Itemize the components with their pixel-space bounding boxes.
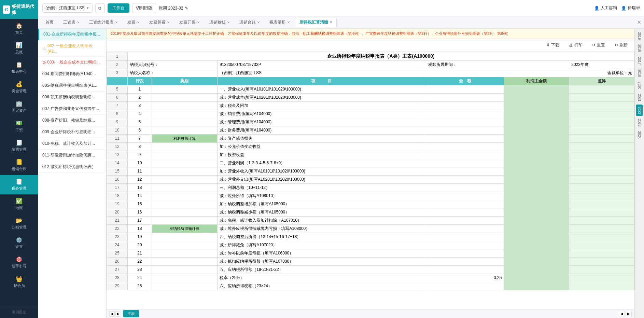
- work-button[interactable]: 工作台: [108, 3, 129, 13]
- table-row: 84减：销售费用(填写A104000): [107, 110, 634, 118]
- tab-audit-close[interactable]: ✕: [227, 20, 230, 24]
- sidebar-item-member[interactable]: 👑 畅会员: [0, 272, 38, 292]
- left-panel-item-011[interactable]: 011-研发费用加计扣除优惠...: [38, 150, 106, 161]
- sidebar-item-close[interactable]: ✅ 结账: [0, 194, 38, 214]
- tab-income-tax-close[interactable]: ✕: [330, 20, 332, 24]
- tab-salary-report[interactable]: 工资统计报表 ✕: [85, 17, 122, 28]
- table-row: 1713三、利润总额（10+11-12）: [107, 183, 634, 192]
- reset-button[interactable]: ↺ 重置: [589, 41, 608, 50]
- close-all-tabs-btn[interactable]: ✕: [637, 19, 641, 26]
- copy-icon-btn[interactable]: ⧉: [95, 3, 105, 13]
- sidebar-item-home[interactable]: 🏠 首页: [0, 19, 38, 39]
- left-panel-item-012[interactable]: 012-减免所得税优惠明细表(: [38, 161, 106, 173]
- sheet-nav-next[interactable]: ▶: [115, 311, 121, 317]
- category-cell: [152, 167, 218, 175]
- left-panel-item-007[interactable]: 007-广告费和业务宣传费跨年...: [38, 103, 106, 115]
- item-cell: 减：管理费用(填写A104000): [218, 118, 426, 126]
- sidebar-item-label: 资金管理: [12, 88, 27, 94]
- profit-cell: [504, 282, 569, 290]
- timeline-2018[interactable]: 2018: [636, 67, 643, 79]
- user-info[interactable]: 👤 徐瑞华: [621, 5, 640, 11]
- tab-invoice-fee-close[interactable]: ✕: [167, 20, 170, 24]
- scroll-right-btn[interactable]: ▶: [626, 311, 632, 317]
- sidebar-item-purchase[interactable]: 📒 进销台账: [0, 155, 38, 175]
- scroll-left-btn[interactable]: ◀: [619, 311, 625, 317]
- row-num-cell: 29: [107, 282, 128, 290]
- tab-purchase-close[interactable]: ✕: [257, 20, 260, 24]
- tab-invoice-close[interactable]: ✕: [137, 20, 140, 24]
- profit-cell: [504, 101, 569, 110]
- tab-salary-close[interactable]: ✕: [77, 20, 80, 24]
- sidebar-item-funds[interactable]: 💰 资金管理: [0, 78, 38, 97]
- item-cell: 六、应纳所得税额（23×24）: [218, 282, 426, 290]
- tab-home[interactable]: 首页: [41, 17, 58, 28]
- timeline-2024[interactable]: 2024: [636, 129, 643, 141]
- service-btn[interactable]: 👤 人工咨询: [594, 5, 617, 11]
- seq-cell: 12: [128, 175, 152, 183]
- item-cell: 四、纳税调整后所得（13-14+15-16-17+18）: [218, 233, 426, 241]
- left-panel-item-008[interactable]: 008-资产折旧、摊销及纳税...: [38, 115, 106, 126]
- guide-icon: 🎯: [16, 256, 23, 263]
- download-button[interactable]: ⬇ 下载: [544, 41, 562, 50]
- sidebar-item-salary[interactable]: 💵 工资: [0, 116, 38, 136]
- left-panel-item-003[interactable]: ⊘ 003-一般企业成本支出明细...: [38, 57, 106, 68]
- diff-cell: [569, 257, 634, 265]
- company-selector[interactable]: (勿删）江西服宝-LSS ▼: [42, 3, 93, 13]
- sidebar-item-archive[interactable]: 📂 归档管理: [0, 214, 38, 233]
- row-num-cell: 28: [107, 274, 128, 282]
- spreadsheet-container[interactable]: 1 企业所得税年度纳税申报表（A类）主表(A100000) 2 纳税人识别号： …: [107, 52, 634, 309]
- left-panel-item-001[interactable]: 001-企业所得税年度纳税申报...: [38, 29, 106, 40]
- tab-tax-table-close[interactable]: ✕: [287, 20, 290, 24]
- left-panel-item-004[interactable]: 004-期间费用明细表(A1040...: [38, 68, 106, 80]
- purchase-icon: 📒: [16, 159, 23, 165]
- table-row: 2824税率（25%）0.25: [107, 274, 634, 282]
- timeline-2019[interactable]: 2019: [636, 30, 643, 42]
- sidebar-item-reports[interactable]: 📋 报表中心: [0, 58, 38, 78]
- timeline-2021[interactable]: 2021: [636, 92, 643, 103]
- tab-tax-table[interactable]: 税表清册 ✕: [265, 17, 294, 28]
- left-panel-item-009[interactable]: 009-企业所得税补亏损明细...: [38, 126, 106, 138]
- left-panel-item-006[interactable]: 006-职工薪酬纳税调整明细...: [38, 92, 106, 103]
- sidebar-item-guide[interactable]: 🎯 新手引导: [0, 253, 38, 272]
- tab-purchase[interactable]: 进销台账 ✕: [235, 17, 264, 28]
- sidebar-footer[interactable]: 取消固定: [0, 306, 38, 318]
- tab-salary[interactable]: 工资表 ✕: [59, 17, 84, 28]
- edit-acct-icon[interactable]: ✎: [185, 6, 188, 11]
- sheet-tab-main[interactable]: 主表: [123, 310, 139, 317]
- left-panel-item-010[interactable]: 010-免税、减计收入及加计...: [38, 138, 106, 150]
- table-row: 51一、营业收入(填写A101010\101020\103000): [107, 85, 634, 93]
- timeline-2016[interactable]: 2016: [636, 42, 643, 54]
- sidebar-item-invoice[interactable]: 🧾 发票管理: [0, 136, 38, 155]
- sidebar-item-tax[interactable]: 📑 税务管理: [0, 175, 38, 194]
- sheet-nav-prev[interactable]: ◀: [109, 311, 115, 317]
- table-row: 2218应纳税所得额计算减：境外应税所得抵减境内亏损（填写A108000）: [107, 224, 634, 233]
- timeline-2017[interactable]: 2017: [636, 55, 643, 67]
- sidebar-item-assets[interactable]: 🏢 固定资产: [0, 97, 38, 116]
- tab-invoice-fee[interactable]: 发票算费 ✕: [145, 17, 174, 28]
- left-panel-item-005[interactable]: 005-纳税调整项目明细表(A1...: [38, 80, 106, 92]
- timeline-2023[interactable]: 2023: [636, 117, 643, 128]
- tab-income-tax[interactable]: 所得税汇算清缴 ✕: [295, 17, 337, 28]
- left-panel-item-002[interactable]: ⚠ 002-一般企业收入明细表(A1...: [38, 40, 106, 57]
- tab-salary-report-close[interactable]: ✕: [115, 20, 118, 24]
- item-cell: 减：资产减值损失: [218, 134, 426, 142]
- print-icon: 🖨: [569, 43, 573, 47]
- seq-cell: 8: [128, 142, 152, 151]
- refresh-button[interactable]: ↻ 刷新: [612, 41, 630, 50]
- tab-invoice-open-close[interactable]: ✕: [197, 20, 200, 24]
- tab-invoice[interactable]: 发票 ✕: [123, 17, 144, 28]
- sidebar-item-settings[interactable]: ⚙️ 设置: [0, 233, 38, 253]
- company-dropdown-icon: ▼: [86, 6, 89, 10]
- old-version-button[interactable]: 切到旧版: [132, 3, 156, 13]
- row-num-cell: 8: [107, 110, 128, 118]
- timeline-2022[interactable]: 2022: [636, 105, 643, 116]
- print-button[interactable]: 🖨 打印: [566, 41, 585, 50]
- sidebar-item-ledger[interactable]: 📊 总账: [0, 39, 38, 58]
- tab-invoice-open[interactable]: 发票开票 ✕: [175, 17, 204, 28]
- logo-text: 畅捷通易代账: [12, 3, 36, 16]
- diff-cell: [569, 224, 634, 233]
- amount-cell: [426, 265, 504, 274]
- tab-audit[interactable]: 进销稽核 ✕: [205, 17, 234, 28]
- download-icon: ⬇: [546, 43, 550, 47]
- timeline-2020[interactable]: 2020: [636, 80, 643, 91]
